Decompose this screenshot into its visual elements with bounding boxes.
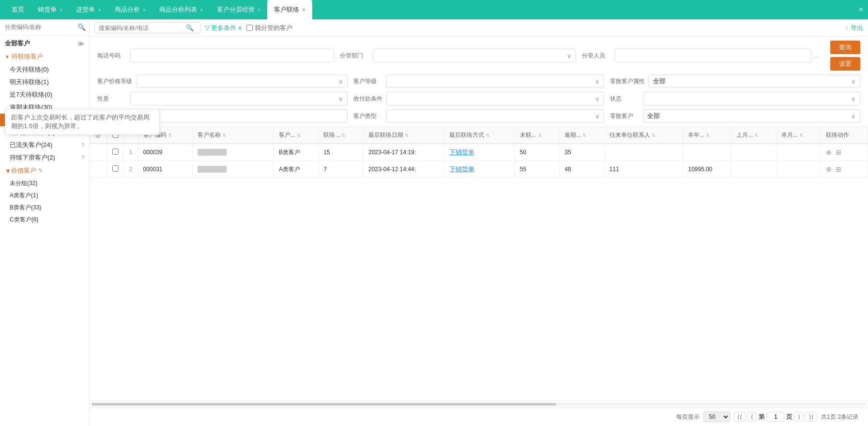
table-header-type: 客户...⇅ [274, 127, 319, 144]
row1-qr-icon[interactable]: ⊞ [836, 148, 841, 156]
sort-icon-overdue: ⇅ [582, 132, 586, 138]
close-purchase-order[interactable]: × [98, 7, 101, 13]
nav-purchase-order[interactable]: 进货单 × [69, 0, 107, 19]
row2-qr-icon[interactable]: ⊞ [836, 165, 841, 173]
nav-sales-order[interactable]: 销货单 × [31, 0, 69, 19]
export-button[interactable]: ↑ 导出 [846, 24, 864, 32]
row1-this-month [776, 144, 821, 161]
settings-button[interactable]: 设置 [830, 57, 860, 71]
table-area: ⚙ 客户编码⇅ 客户名称⇅ 客户...⇅ 联络...⇅ 最后联络日期⇅ 最后联络… [90, 127, 868, 400]
row2-checkbox [107, 161, 123, 178]
page-number-input[interactable] [767, 412, 784, 422]
row1-company-contact [604, 144, 683, 161]
row2-not-contacted: 55 [515, 161, 560, 178]
nav-home[interactable]: 首页 [5, 0, 31, 19]
horizontal-scrollbar[interactable] [90, 400, 868, 407]
row2-select-checkbox[interactable] [112, 165, 119, 172]
filter-buttons: 查询 设置 [830, 41, 860, 71]
sidebar-item-a-class[interactable]: A类客户(1) [0, 190, 89, 202]
sidebar-item-ungrouped[interactable]: 未分组(32) [0, 177, 89, 190]
more-conditions-btn[interactable]: ▽ 更多条件 ∧ [205, 24, 243, 32]
last-page-btn[interactable]: ⟩⟩ [806, 412, 817, 422]
sidebar-item-7days[interactable]: 近7天待联络(0) [0, 88, 89, 101]
sidebar-item-b-class[interactable]: B类客户(33) [0, 202, 89, 214]
value-edit-icon[interactable]: ✎ [38, 167, 43, 174]
sidebar-item-c-class[interactable]: C类客户(6) [0, 214, 89, 226]
sidebar-search-input[interactable] [5, 24, 77, 30]
row1-last-method: 下销货单 [444, 144, 515, 161]
row1-link-icon[interactable]: ⊕ [826, 148, 832, 156]
phone-input[interactable] [130, 49, 334, 62]
retail-attr-input[interactable]: 全部 ∨ [649, 74, 860, 88]
page-prefix-label: 第 [759, 412, 765, 421]
sidebar-item-declining[interactable]: 持续下滑客户(2) ? [0, 151, 89, 164]
row2-contact: 7 [319, 161, 364, 178]
sort-icon-thismonth: ⇅ [799, 132, 803, 138]
window-close-button[interactable]: × [859, 5, 863, 14]
my-customers-filter[interactable]: 我分管的客户 [246, 24, 292, 32]
retail-customer-label: 零散客户 [610, 112, 639, 120]
price-level-input[interactable]: ∨ [136, 74, 348, 88]
first-page-btn[interactable]: ⟨⟨ [734, 412, 746, 422]
close-customer-layering[interactable]: × [258, 7, 260, 13]
table-header-overdue: 逾期...⇅ [560, 127, 605, 144]
payment-input[interactable]: ∨ [386, 92, 604, 105]
customer-level-input[interactable]: ∨ [386, 74, 604, 88]
table-header-last-method: 最后联络方式⇅ [444, 127, 515, 144]
field-retail-attr: 零散客户属性 全部 ∨ [610, 74, 860, 88]
row1-code: 000039 [138, 144, 192, 161]
row2-gear [90, 161, 107, 178]
row2-action: ⊕ ⊞ [821, 161, 868, 178]
sidebar-group-pending[interactable]: ▼ 待联络客户 [0, 50, 89, 63]
sort-icon-notcontacted: ⇅ [538, 132, 542, 138]
field-retail-customer: 零散客户 全部 ∨ [610, 109, 860, 123]
my-customers-checkbox[interactable] [246, 25, 253, 31]
query-button[interactable]: 查询 [830, 41, 860, 54]
field-manager: 分管人员 ... [582, 49, 819, 62]
manager-label: 分管人员 [582, 52, 611, 60]
customer-type-input[interactable]: ∨ [386, 109, 604, 123]
next-page-btn[interactable]: ⟩ [794, 412, 804, 422]
total-records-label: 共1页 2条记录 [821, 413, 858, 421]
nature-input[interactable]: ∨ [130, 92, 348, 105]
sidebar-item-churned[interactable]: 已流失客户(24) ? [0, 139, 89, 151]
status-label: 状态 [610, 95, 639, 103]
sort-icon-lastmonth: ⇅ [754, 132, 758, 138]
search-input[interactable] [99, 25, 186, 31]
status-input[interactable]: ∨ [643, 92, 860, 105]
sidebar-value-group-title[interactable]: ▼ 价值客户 ✎ [0, 164, 89, 177]
row1-select-checkbox[interactable] [112, 148, 119, 155]
row1-num: 1 [123, 144, 138, 161]
filter-bar: 🔍 ▽ 更多条件 ∧ 我分管的客户 ↑ 导出 [90, 19, 868, 37]
sidebar-item-tomorrow[interactable]: 明天待联络(1) [0, 76, 89, 88]
table-header-row: ⚙ 客户编码⇅ 客户名称⇅ 客户...⇅ 联络...⇅ 最后联络日期⇅ 最后联络… [90, 127, 868, 144]
prev-page-btn[interactable]: ⟨ [747, 412, 757, 422]
close-product-analysis-list[interactable]: × [200, 7, 203, 13]
nav-product-analysis[interactable]: 商品分析 × [108, 0, 152, 19]
nature-label: 性质 [97, 95, 126, 103]
nav-customer-layering[interactable]: 客户分层经营 × [210, 0, 267, 19]
nav-customer-contact[interactable]: 客户联络 × [267, 0, 312, 19]
top-nav: 首页 销货单 × 进货单 × 商品分析 × 商品分析列表 × 客户分层经营 × … [0, 0, 868, 19]
sidebar-search-icon[interactable]: 🔍 [77, 23, 86, 31]
filter-form: 电话号码 分管部门 ∨ 分管人员 ... [90, 37, 868, 127]
per-page-select[interactable]: 50 100 200 [703, 411, 730, 422]
row2-link-icon[interactable]: ⊕ [826, 165, 832, 173]
close-sales-order[interactable]: × [60, 7, 62, 13]
ct-arrow: ∨ [595, 113, 600, 120]
retail-attr-label: 零散客户属性 [610, 77, 645, 86]
table-header-this-year: 本年...⇅ [683, 127, 731, 144]
close-customer-contact[interactable]: × [302, 7, 305, 13]
sidebar-collapse-btn[interactable]: ≫ [77, 40, 84, 47]
search-icon[interactable]: 🔍 [186, 24, 194, 31]
sidebar-item-today[interactable]: 今天待联络(0) [0, 63, 89, 76]
row2-overdue: 48 [560, 161, 605, 178]
nav-product-analysis-list[interactable]: 商品分析列表 × [152, 0, 210, 19]
close-product-analysis[interactable]: × [143, 7, 146, 13]
row2-name [192, 161, 274, 178]
manager-input[interactable] [615, 49, 811, 62]
manager-dots[interactable]: ... [813, 52, 819, 59]
retail-customer-input[interactable]: 全部 ∨ [643, 109, 860, 123]
table-row: 2 000031 A类客户 7 2023-04-12 14:44: 下销货单 5… [90, 161, 868, 178]
dept-input[interactable]: ∨ [373, 49, 577, 62]
